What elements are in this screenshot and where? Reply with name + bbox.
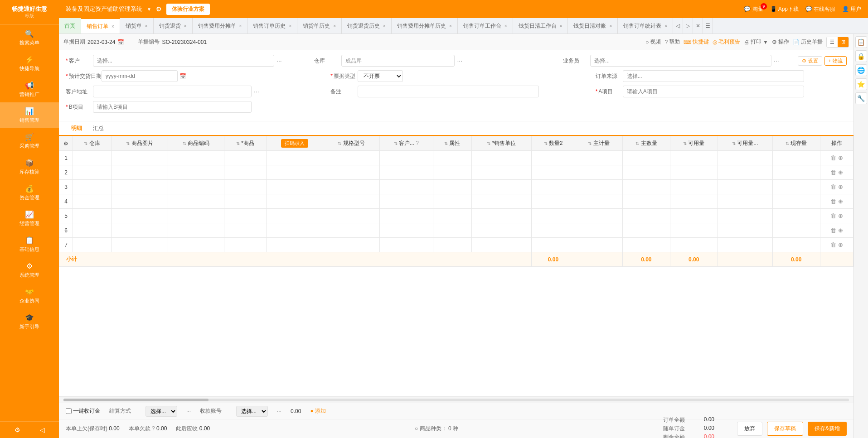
sidebar-item-库存核算[interactable]: 📦库存核算 [0, 154, 59, 180]
row-unit-2[interactable] [471, 165, 531, 180]
row-warehouse-5[interactable] [73, 209, 112, 223]
payment-select[interactable]: 选择... [145, 406, 177, 417]
row-custcode-1[interactable] [379, 151, 433, 165]
copy-icon-2[interactable]: ⊕ [838, 169, 843, 176]
row-image-4[interactable] [112, 194, 168, 209]
message-icon[interactable]: 💬 淘量 9 [744, 5, 763, 13]
row-spec-7[interactable] [323, 238, 379, 252]
row-image-5[interactable] [112, 209, 168, 223]
payment-dots[interactable]: ··· [186, 408, 191, 414]
row-mainqty-1[interactable] [622, 151, 670, 165]
customer-code-help[interactable]: ? [416, 140, 419, 146]
right-panel-icon-2[interactable]: 🔒 [855, 50, 867, 62]
delete-icon-6[interactable]: 🗑 [830, 227, 836, 234]
help-btn[interactable]: ? 帮助 [664, 38, 680, 46]
row-mainunit-3[interactable] [575, 180, 623, 194]
tab-close-icon[interactable]: × [289, 24, 291, 29]
right-panel-icon-1[interactable]: 📋 [855, 36, 867, 48]
row-avail-7[interactable] [670, 238, 718, 252]
row-spec-2[interactable] [323, 165, 379, 180]
right-panel-icon-4[interactable]: ⭐ [855, 78, 867, 90]
tab-钱货日清对账[interactable]: 钱货日清对账× [568, 18, 618, 34]
tab-销售订单[interactable]: 销售订单× [81, 18, 120, 34]
tab-close-icon[interactable]: × [504, 24, 507, 29]
sidebar-item-新手引导[interactable]: 🎓新手引导 [0, 309, 59, 335]
row-warehouse-1[interactable] [73, 151, 112, 165]
row-mainqty-4[interactable] [622, 194, 670, 209]
industry-button[interactable]: 体验行业方案 [166, 4, 210, 15]
discard-button[interactable]: 放弃 [737, 422, 762, 436]
delete-icon-1[interactable]: 🗑 [830, 154, 836, 161]
row-scan-3[interactable] [266, 180, 323, 194]
row-code-3[interactable] [168, 180, 224, 194]
row-attr-4[interactable] [433, 194, 471, 209]
row-image-7[interactable] [112, 238, 168, 252]
tab-销售订单工作台[interactable]: 销售订单工作台× [458, 18, 513, 34]
app-download-link[interactable]: 📱App下载 [770, 5, 799, 13]
row-custcode-6[interactable] [379, 223, 433, 238]
tab-销货单历史[interactable]: 销货单历史× [297, 18, 342, 34]
tab-钱货日清工作台[interactable]: 钱货日清工作台× [513, 18, 568, 34]
row-custcode-5[interactable] [379, 209, 433, 223]
row-mainunit-6[interactable] [575, 223, 623, 238]
warehouse-input[interactable] [341, 55, 455, 67]
account-select[interactable]: 选择... [236, 406, 268, 417]
tab-summary[interactable]: 汇总 [87, 121, 109, 135]
sidebar-item-资金管理[interactable]: 💰资金管理 [0, 180, 59, 206]
row-qty2-6[interactable] [531, 223, 575, 238]
tab-close-icon[interactable]: × [333, 24, 336, 29]
row-custcode-2[interactable] [379, 165, 433, 180]
row-current-1[interactable] [772, 151, 820, 165]
row-unit-7[interactable] [471, 238, 531, 252]
row-attr-2[interactable] [433, 165, 471, 180]
tab-销货单[interactable]: 销货单× [120, 18, 154, 34]
copy-icon-6[interactable]: ⊕ [838, 227, 843, 234]
row-scan-2[interactable] [266, 165, 323, 180]
collapse-icon[interactable]: ◁ [40, 426, 45, 433]
row-product-4[interactable] [224, 194, 267, 209]
row-scan-4[interactable] [266, 194, 323, 209]
row-product-7[interactable] [224, 238, 267, 252]
row-qty2-1[interactable] [531, 151, 575, 165]
row-product-5[interactable] [224, 209, 267, 223]
row-attr-5[interactable] [433, 209, 471, 223]
salesperson-dots[interactable]: ··· [774, 57, 779, 64]
row-avail-3[interactable] [670, 180, 718, 194]
tab-销售订单统计表[interactable]: 销售订单统计表× [618, 18, 673, 34]
tab-close-icon[interactable]: × [145, 24, 148, 29]
one-click-input[interactable] [66, 408, 72, 414]
row-code-5[interactable] [168, 209, 224, 223]
row-scan-1[interactable] [266, 151, 323, 165]
row-scan-7[interactable] [266, 238, 323, 252]
row-image-6[interactable] [112, 223, 168, 238]
row-current-2[interactable] [772, 165, 820, 180]
row-avail-1[interactable] [670, 151, 718, 165]
row-unit-4[interactable] [471, 194, 531, 209]
tab-销售费用分摊单[interactable]: 销售费用分摊单× [193, 18, 248, 34]
invoice-select[interactable]: 不开票 [358, 70, 403, 82]
row-product-3[interactable] [224, 180, 267, 194]
row-avail2-7[interactable] [718, 238, 772, 252]
tab-close-icon[interactable]: × [609, 24, 612, 29]
date-value[interactable]: 2023-03-24 [87, 39, 115, 45]
row-warehouse-7[interactable] [73, 238, 112, 252]
settings-icon[interactable]: ⚙ [156, 5, 162, 13]
add-button[interactable]: ● 添加 [310, 407, 326, 415]
row-qty2-7[interactable] [531, 238, 575, 252]
delete-icon-4[interactable]: 🗑 [830, 198, 836, 205]
add-material-btn[interactable]: + 物流 [824, 56, 847, 66]
tab-close-icon[interactable]: × [560, 24, 563, 29]
row-mainunit-2[interactable] [575, 165, 623, 180]
tab-next-btn[interactable]: ▷ [683, 18, 693, 34]
row-spec-4[interactable] [323, 194, 379, 209]
tab-close-icon[interactable]: × [449, 24, 452, 29]
row-attr-1[interactable] [433, 151, 471, 165]
row-image-2[interactable] [112, 165, 168, 180]
row-warehouse-6[interactable] [73, 223, 112, 238]
sidebar-item-销售管理[interactable]: 📊销售管理 [0, 102, 59, 128]
profit-btn[interactable]: ◎ 毛利预告 [713, 38, 740, 46]
delivery-calendar-icon[interactable]: 📅 [179, 73, 186, 79]
view-btn-toolbar[interactable]: ○ 视频 [645, 38, 661, 46]
row-avail-5[interactable] [670, 209, 718, 223]
row-mainqty-7[interactable] [622, 238, 670, 252]
